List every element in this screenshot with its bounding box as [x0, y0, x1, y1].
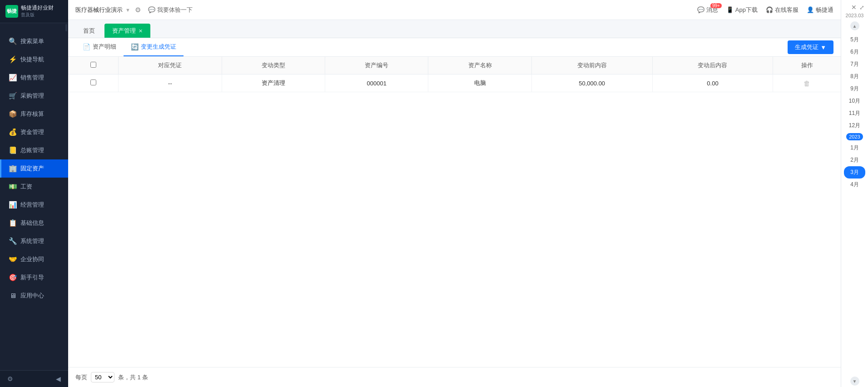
- sidebar: 畅捷 畅捷通好业财 普及版 🔍 搜索菜单 ⚡ 快捷导航 📈 销售管理 🛒 采购管…: [0, 0, 68, 387]
- col-before_change: 变动前内容: [531, 57, 652, 74]
- sub-tab-asset_detail[interactable]: 📄 资产明细: [75, 38, 124, 56]
- right-panel: ✕ ⤢ 2023.03 ▲ 5月6月7月8月9月10月11月12月20231月2…: [841, 0, 868, 387]
- sidebar-menu: 🔍 搜索菜单 ⚡ 快捷导航 📈 销售管理 🛒 采购管理 📦 库存核算 💰 资金管…: [0, 32, 68, 370]
- purchase-icon: 🛒: [9, 92, 17, 100]
- appcenter-icon: 🖥: [9, 292, 17, 299]
- sidebar-item-system[interactable]: 🔧 系统管理: [0, 232, 68, 250]
- topbar-app[interactable]: 📱 App下载: [726, 6, 758, 14]
- topbar: 医疗器械行业演示 ▼ ⚙ 💬 我要体验一下 💬 消息 99+ 📱 App下载 🎧…: [68, 0, 841, 20]
- sidebar-item-inventory[interactable]: 📦 库存核算: [0, 105, 68, 123]
- timeline-month-8月[interactable]: 8月: [841, 70, 868, 83]
- timeline-month-10月[interactable]: 10月: [841, 95, 868, 107]
- payroll-icon: 💵: [9, 183, 17, 191]
- timeline-month-9月[interactable]: 9月: [841, 83, 868, 95]
- row-checkbox[interactable]: [90, 79, 96, 85]
- sidebar-item-payroll[interactable]: 💵 工资: [0, 178, 68, 196]
- quicknav-icon: ⚡: [9, 55, 17, 64]
- ledger-icon: 📒: [9, 146, 17, 154]
- right-panel-year-label: 2023.03: [846, 11, 864, 20]
- timeline-month-6月[interactable]: 6月: [841, 46, 868, 58]
- feedback-btn[interactable]: 💬 我要体验一下: [148, 6, 193, 14]
- right-panel-close-icon[interactable]: ✕: [851, 4, 857, 11]
- user-icon: 👤: [807, 6, 814, 13]
- company-selector[interactable]: 医疗器械行业演示 ▼: [75, 6, 130, 14]
- cell-change_type: 资产清理: [222, 74, 325, 92]
- sidebar-item-label: 资金管理: [20, 128, 44, 136]
- sidebar-item-assets[interactable]: 🏢 固定资产: [0, 159, 68, 178]
- timeline-month-4月[interactable]: 4月: [841, 179, 868, 191]
- sidebar-item-ledger[interactable]: 📒 总账管理: [0, 141, 68, 159]
- sidebar-item-collab[interactable]: 🤝 企业协同: [0, 250, 68, 268]
- total-label: 条，共 1 条: [118, 373, 148, 382]
- page-size-select[interactable]: 102050100: [91, 372, 114, 382]
- app-icon: 📱: [726, 6, 734, 13]
- tab-close-asset_mgmt[interactable]: ✕: [139, 28, 143, 34]
- timeline-month-11月[interactable]: 11月: [841, 107, 868, 119]
- operations-icon: 📊: [9, 201, 17, 209]
- delete-row-btn[interactable]: 🗑: [804, 79, 810, 87]
- timeline-scroll-up[interactable]: ▲: [850, 21, 859, 30]
- generate-voucher-btn[interactable]: 生成凭证 ▼: [788, 40, 833, 54]
- change_voucher-tab-label: 变更生成凭证: [141, 43, 176, 51]
- sub-tabs: 📄 资产明细 🔄 变更生成凭证 生成凭证 ▼: [68, 38, 841, 57]
- cell-after_change: 0.00: [652, 74, 773, 92]
- main-area: 医疗器械行业演示 ▼ ⚙ 💬 我要体验一下 💬 消息 99+ 📱 App下载 🎧…: [68, 0, 841, 387]
- sidebar-logo: 畅捷 畅捷通好业财 普及版: [0, 0, 68, 23]
- company-name: 医疗器械行业演示: [75, 6, 123, 14]
- timeline-month-7月[interactable]: 7月: [841, 58, 868, 70]
- settings-gear-icon[interactable]: ⚙: [135, 6, 141, 14]
- sidebar-item-label: 总账管理: [20, 146, 44, 154]
- sidebar-item-sales[interactable]: 📈 销售管理: [0, 69, 68, 87]
- timeline-month-2月[interactable]: 2月: [841, 154, 868, 166]
- search-icon: 🔍: [9, 37, 17, 45]
- nav-tab-asset_mgmt[interactable]: 资产管理✕: [104, 24, 150, 38]
- sidebar-item-operations[interactable]: 📊 经营管理: [0, 196, 68, 214]
- sidebar-item-quicknav[interactable]: ⚡ 快捷导航: [0, 50, 68, 69]
- right-panel-expand-icon[interactable]: ⤢: [859, 4, 864, 11]
- col-voucher: 对应凭证: [119, 57, 222, 74]
- timeline-month-5月[interactable]: 5月: [841, 34, 868, 46]
- system-icon: 🔧: [9, 237, 17, 245]
- col-asset_code: 资产编号: [325, 57, 428, 74]
- feedback-label: 我要体验一下: [157, 6, 193, 14]
- sidebar-item-search[interactable]: 🔍 搜索菜单: [0, 32, 68, 50]
- sub-tab-change_voucher[interactable]: 🔄 变更生成凭证: [124, 38, 184, 56]
- sidebar-item-label: 快捷导航: [20, 55, 44, 64]
- logo-icon: 畅捷: [5, 5, 18, 18]
- timeline-month-3月[interactable]: 3月: [844, 166, 865, 179]
- sidebar-item-label: 工资: [20, 183, 32, 191]
- sidebar-item-funds[interactable]: 💰 资金管理: [0, 123, 68, 141]
- timeline-month-1月[interactable]: 1月: [841, 142, 868, 154]
- sidebar-item-label: 销售管理: [20, 74, 44, 82]
- message-icon: 💬: [697, 6, 704, 13]
- timeline-scroll-down[interactable]: ▼: [850, 377, 859, 386]
- cell-asset_code: 000001: [325, 74, 428, 92]
- logo-subtitle: 普及版: [21, 12, 54, 18]
- guide-icon: 🎯: [9, 273, 17, 282]
- sidebar-item-label: 基础信息: [20, 219, 44, 227]
- settings-icon[interactable]: ⚙: [7, 375, 13, 382]
- cell-voucher: --: [119, 74, 222, 92]
- topbar-message[interactable]: 💬 消息 99+: [697, 6, 718, 14]
- cell-asset_name: 电脑: [428, 74, 531, 92]
- sidebar-item-label: 库存核算: [20, 110, 44, 118]
- topbar-user[interactable]: 👤 畅捷通: [807, 6, 833, 14]
- topbar-service[interactable]: 🎧 在线客服: [766, 6, 799, 14]
- nav-tab-home[interactable]: 首页: [75, 24, 103, 38]
- sidebar-item-label: 新手引导: [20, 273, 44, 282]
- cell-checkbox: [68, 74, 119, 92]
- topbar-right: 💬 消息 99+ 📱 App下载 🎧 在线客服 👤 畅捷通: [697, 6, 833, 14]
- sidebar-item-basicinfo[interactable]: 📋 基础信息: [0, 214, 68, 232]
- sidebar-item-appcenter[interactable]: 🖥 应用中心: [0, 287, 68, 305]
- sidebar-item-guide[interactable]: 🎯 新手引导: [0, 268, 68, 287]
- sidebar-item-purchase[interactable]: 🛒 采购管理: [0, 87, 68, 105]
- sidebar-item-label: 固定资产: [20, 164, 44, 173]
- select-all-checkbox[interactable]: [90, 62, 96, 68]
- service-label: 在线客服: [775, 6, 799, 14]
- badge-message: 99+: [710, 3, 722, 8]
- pagination: 每页 102050100 条，共 1 条: [68, 367, 841, 387]
- sidebar-bottom: ⚙ ◀: [0, 370, 68, 387]
- inventory-icon: 📦: [9, 110, 17, 118]
- collapse-icon[interactable]: ◀: [56, 375, 61, 382]
- timeline-month-12月[interactable]: 12月: [841, 119, 868, 132]
